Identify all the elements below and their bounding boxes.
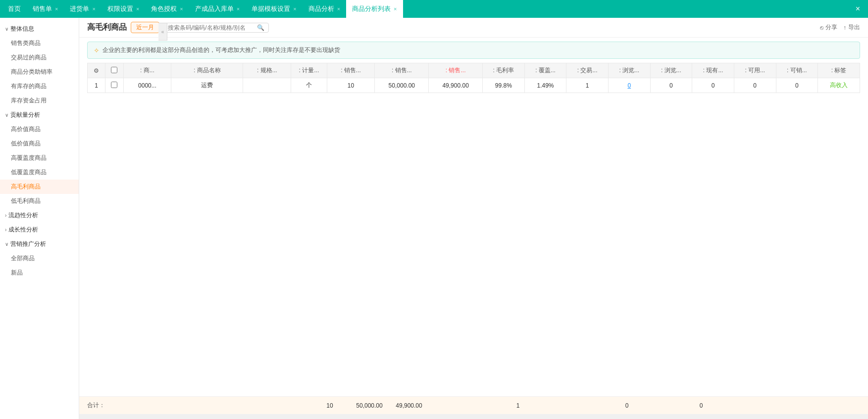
cell-browse2: 0 [650, 78, 692, 93]
sidebar-group-marketing[interactable]: ∨ 营销推广分析 [0, 237, 79, 251]
cell-available1: 0 [692, 78, 734, 93]
close-icon[interactable]: × [337, 6, 340, 12]
col-coverage[interactable]: : 覆盖... [524, 63, 566, 78]
sidebar-item-new-goods[interactable]: 新品 [0, 266, 79, 280]
col-sales-qty[interactable]: : 销售... [327, 63, 375, 78]
sidebar-item-low-coverage[interactable]: 低覆盖度商品 [0, 165, 79, 180]
col-unit[interactable]: : 计量... [291, 63, 327, 78]
sidebar-item-sales-goods[interactable]: 销售类商品 [0, 36, 79, 50]
cell-sales-qty: 10 [327, 78, 375, 93]
page-title: 高毛利商品 [87, 22, 127, 33]
summary-sales-qty: 10 [310, 402, 350, 409]
sidebar-item-all-goods[interactable]: 全部商品 [0, 251, 79, 266]
horizontal-scrollbar[interactable] [79, 414, 868, 419]
search-box[interactable]: 🔍 [163, 23, 269, 33]
table-container[interactable]: ⚙ : 商... : 商品名称 : 规格... : 计量... : 销售... … [79, 63, 868, 396]
chevron-down-icon: ∨ [5, 241, 8, 247]
summary-transaction: 1 [498, 402, 538, 409]
goods-table: ⚙ : 商... : 商品名称 : 规格... : 计量... : 销售... … [87, 63, 860, 93]
close-icon[interactable]: × [55, 6, 58, 12]
nav-product-analysis[interactable]: 商品分析 × [303, 0, 346, 18]
export-button[interactable]: ↑ 导出 [843, 23, 860, 32]
col-tag[interactable]: : 标签 [818, 63, 860, 78]
chevron-down-icon: ∨ [5, 112, 8, 118]
close-icon[interactable]: × [180, 6, 183, 12]
summary-cells: 10 50,000.00 49,900.00 1 0 0 [112, 402, 860, 409]
top-navigation: 首页 销售单 × 进货单 × 权限设置 × 角色授权 × 产成品入库单 × 单据… [0, 0, 868, 18]
col-code[interactable]: : 商... [123, 63, 171, 78]
window-close-button[interactable]: × [850, 0, 866, 18]
summary-sales-amt: 50,000.00 [350, 402, 389, 409]
col-spec[interactable]: : 规格... [243, 63, 291, 78]
close-icon[interactable]: × [394, 6, 397, 12]
sidebar-item-traded-goods[interactable]: 交易过的商品 [0, 50, 79, 65]
col-browse1[interactable]: : 浏览... [608, 63, 650, 78]
cell-browse1[interactable]: 0 [608, 78, 650, 93]
cell-checkbox[interactable] [105, 78, 123, 93]
col-available2[interactable]: : 可用... [734, 63, 776, 78]
table-body: 1 0000... 运费 个 10 50,000.00 49,900.00 99… [88, 78, 860, 93]
nav-permission-settings[interactable]: 权限设置 × [102, 0, 145, 18]
sidebar-item-category-rate[interactable]: 商品分类助销率 [0, 65, 79, 79]
nav-template-settings[interactable]: 单据模板设置 × [246, 0, 302, 18]
sidebar-item-in-stock-goods[interactable]: 有库存的商品 [0, 79, 79, 93]
col-salable[interactable]: : 可销... [776, 63, 818, 78]
summary-spacer11 [647, 402, 681, 409]
cell-available2: 0 [734, 78, 776, 93]
nav-sales-order[interactable]: 销售单 × [27, 0, 64, 18]
sidebar-item-inventory-capital[interactable]: 库存资金占用 [0, 93, 79, 108]
col-gross-rate[interactable]: : 毛利率 [483, 63, 525, 78]
summary-spacer3 [142, 402, 181, 409]
sidebar-collapse-button[interactable]: « [158, 23, 167, 41]
col-checkbox[interactable] [105, 63, 123, 78]
close-icon[interactable]: × [293, 6, 296, 12]
close-icon[interactable]: × [237, 6, 240, 12]
col-transaction[interactable]: : 交易... [566, 63, 609, 78]
sidebar-item-low-value[interactable]: 低价值商品 [0, 137, 79, 151]
summary-spacer5 [241, 402, 280, 409]
cell-sales-profit: 49,900.00 [429, 78, 483, 93]
sidebar-group-growth[interactable]: › 成长性分析 [0, 223, 79, 237]
select-all-checkbox[interactable] [111, 67, 117, 73]
chevron-right-icon: › [5, 227, 6, 233]
sidebar-group-trend[interactable]: › 流趋性分析 [0, 208, 79, 223]
sidebar-group-contribution[interactable]: ∨ 贡献量分析 [0, 108, 79, 122]
nav-role-auth[interactable]: 角色授权 × [145, 0, 189, 18]
info-banner: ✧ 企业的主要的利润都是这部分商品创造的，可考虑加大推广，同时关注库存是不要出现… [87, 42, 860, 59]
summary-spacer10 [572, 402, 607, 409]
sidebar-item-high-coverage[interactable]: 高覆盖度商品 [0, 151, 79, 165]
sidebar-item-high-gross[interactable]: 高毛利商品 [0, 180, 79, 194]
summary-spacer2 [127, 402, 142, 409]
sidebar-item-low-gross[interactable]: 低毛利商品 [0, 194, 79, 208]
search-icon[interactable]: 🔍 [257, 24, 264, 31]
nav-home[interactable]: 首页 [2, 0, 27, 18]
summary-spacer1 [112, 402, 127, 409]
col-sales-profit[interactable]: : 销售... [429, 63, 483, 78]
col-browse2[interactable]: : 浏览... [650, 63, 692, 78]
close-icon[interactable]: × [136, 6, 139, 12]
sidebar-group-overall[interactable]: ∨ 整体信息 [0, 22, 79, 36]
summary-sales-profit: 49,900.00 [389, 402, 429, 409]
share-button[interactable]: ⎋ 分享 [820, 23, 837, 32]
row-checkbox[interactable] [111, 82, 117, 88]
cell-sales-amt: 50,000.00 [375, 78, 429, 93]
cell-tag: 高收入 [818, 78, 860, 93]
share-icon: ⎋ [820, 24, 823, 31]
nav-purchase-order[interactable]: 进货单 × [64, 0, 101, 18]
nav-product-inbound[interactable]: 产成品入库单 × [189, 0, 246, 18]
nav-product-analysis-list[interactable]: 商品分析列表 × [346, 0, 403, 18]
col-name[interactable]: : 商品名称 [171, 63, 243, 78]
sidebar-item-high-value[interactable]: 高价值商品 [0, 122, 79, 137]
search-input[interactable] [168, 24, 257, 31]
cell-name: 运费 [171, 78, 243, 93]
content-header: 高毛利商品 近一月 🔍 ⎋ 分享 ↑ 导出 [79, 18, 868, 38]
col-available1[interactable]: : 现有... [692, 63, 734, 78]
close-icon[interactable]: × [92, 6, 95, 12]
summary-spacer4 [181, 402, 241, 409]
cell-spec [243, 78, 291, 93]
col-sales-amt[interactable]: : 销售... [375, 63, 429, 78]
filter-recent-month-button[interactable]: 近一月 [131, 22, 159, 33]
header-actions: ⎋ 分享 ↑ 导出 [820, 23, 860, 32]
content-area: « 高毛利商品 近一月 🔍 ⎋ 分享 ↑ 导出 ✧ [79, 18, 868, 419]
col-settings[interactable]: ⚙ [88, 63, 105, 78]
